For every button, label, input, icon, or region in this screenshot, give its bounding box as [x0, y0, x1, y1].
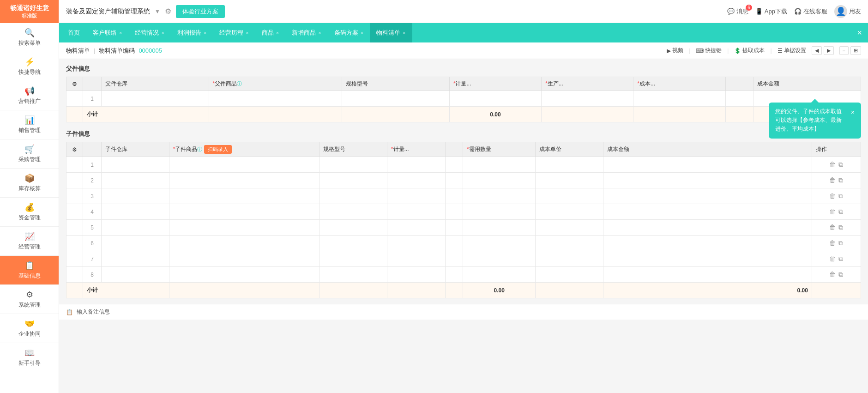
child-row4-spec[interactable] [319, 204, 387, 220]
nav-tab-6[interactable]: 新增商品× [285, 23, 327, 42]
child-row8-warehouse[interactable] [102, 267, 169, 283]
child-row5-warehouse[interactable] [102, 220, 169, 236]
parent-row1-product[interactable] [209, 91, 342, 107]
message-item[interactable]: 💬 消息 6 [727, 7, 748, 16]
child-row1-cost-price[interactable] [536, 157, 603, 173]
parent-row1-unit[interactable] [449, 91, 541, 107]
child-row4-product[interactable] [169, 204, 319, 220]
child-row4-unit[interactable] [387, 204, 445, 220]
child-row4-cost-price[interactable] [536, 204, 603, 220]
child-row6-cost-price[interactable] [536, 236, 603, 251]
parent-row1-cost[interactable] [633, 91, 725, 107]
child-row6-qty[interactable] [463, 236, 536, 251]
child-row3-unit[interactable] [387, 188, 445, 204]
copy-icon-1[interactable]: ⧉ [838, 161, 843, 169]
delete-icon-1[interactable]: 🗑 [829, 161, 836, 169]
child-row4-qty[interactable] [463, 204, 536, 220]
child-row2-spec[interactable] [319, 173, 387, 188]
extract-cost-action[interactable]: 💲 提取成本 [734, 47, 765, 54]
delete-icon-8[interactable]: 🗑 [829, 271, 836, 278]
trial-button[interactable]: 体验行业方案 [176, 5, 225, 18]
child-row3-spec[interactable] [319, 188, 387, 204]
view-action[interactable]: ▶ 视频 [667, 47, 683, 54]
child-row2-warehouse[interactable] [102, 173, 169, 188]
parent-row1-spec[interactable] [342, 91, 450, 107]
prev-btn[interactable]: ◀ [812, 46, 822, 55]
user-item[interactable]: 👤 用友 [834, 5, 861, 18]
child-row1-qty[interactable] [463, 157, 536, 173]
child-row8-qty[interactable] [463, 267, 536, 283]
child-row2-qty[interactable] [463, 173, 536, 188]
parent-row1-warehouse[interactable] [102, 91, 209, 107]
tab-close-1[interactable]: × [119, 30, 122, 36]
sidebar-item-6[interactable]: 💰资金管理 [0, 198, 59, 227]
nav-tab-7[interactable]: 条码方案× [328, 23, 370, 42]
sidebar-item-0[interactable]: 🔍搜索菜单 [0, 23, 59, 52]
child-row1-spec[interactable] [319, 157, 387, 173]
child-row7-cost-price[interactable] [536, 251, 603, 267]
next-btn[interactable]: ▶ [824, 46, 834, 55]
child-row6-warehouse[interactable] [102, 236, 169, 251]
nav-tab-3[interactable]: 利润报告× [171, 23, 213, 42]
gear-icon[interactable]: ⚙ [165, 7, 171, 16]
child-row1-product[interactable] [169, 157, 319, 173]
nav-tab-8[interactable]: 物料清单× [370, 23, 412, 42]
system-dropdown-icon[interactable]: ▼ [155, 8, 160, 15]
sidebar-item-4[interactable]: 🛒采购管理 [0, 139, 59, 169]
settings-gear-icon[interactable]: ⚙ [72, 81, 77, 87]
child-row5-spec[interactable] [319, 220, 387, 236]
child-row5-cost-price[interactable] [536, 220, 603, 236]
child-row7-spec[interactable] [319, 251, 387, 267]
sidebar-item-5[interactable]: 📦库存核算 [0, 169, 59, 198]
child-row2-product[interactable] [169, 173, 319, 188]
delete-icon-6[interactable]: 🗑 [829, 239, 836, 247]
copy-icon-4[interactable]: ⧉ [838, 208, 843, 216]
child-row7-warehouse[interactable] [102, 251, 169, 267]
child-row8-spec[interactable] [319, 267, 387, 283]
sidebar-item-10[interactable]: 🤝企业协同 [0, 314, 59, 343]
delete-icon-4[interactable]: 🗑 [829, 208, 836, 216]
tab-close-6[interactable]: × [318, 30, 321, 36]
child-row7-qty[interactable] [463, 251, 536, 267]
child-row6-unit[interactable] [387, 236, 445, 251]
child-settings-gear-icon[interactable]: ⚙ [72, 146, 77, 153]
child-row6-spec[interactable] [319, 236, 387, 251]
nav-tab-2[interactable]: 经营情况× [128, 23, 170, 42]
child-row5-product[interactable] [169, 220, 319, 236]
copy-icon-3[interactable]: ⧉ [838, 192, 843, 200]
tab-close-4[interactable]: × [246, 30, 248, 36]
child-row5-qty[interactable] [463, 220, 536, 236]
child-row4-warehouse[interactable] [102, 204, 169, 220]
child-row1-warehouse[interactable] [102, 157, 169, 173]
tooltip-close-btn[interactable]: × [851, 107, 855, 117]
scan-button[interactable]: 扫码录入 [204, 145, 232, 154]
child-row3-cost-price[interactable] [536, 188, 603, 204]
sidebar-item-3[interactable]: 📊销售管理 [0, 110, 59, 139]
sidebar-item-11[interactable]: 📖新手引导 [0, 343, 59, 372]
single-settings-action[interactable]: ☰ 单据设置 [778, 47, 806, 54]
child-row1-unit[interactable] [387, 157, 445, 173]
child-row3-warehouse[interactable] [102, 188, 169, 204]
tab-close-7[interactable]: × [361, 30, 363, 36]
sidebar-item-1[interactable]: ⚡快捷导航 [0, 52, 59, 81]
sidebar-item-7[interactable]: 📈经营管理 [0, 227, 59, 256]
child-row5-unit[interactable] [387, 220, 445, 236]
parent-row1-production[interactable] [542, 91, 633, 107]
copy-icon-5[interactable]: ⧉ [838, 224, 843, 231]
child-row2-cost-price[interactable] [536, 173, 603, 188]
sidebar-item-2[interactable]: 📢营销推广 [0, 81, 59, 110]
nav-tab-1[interactable]: 客户联络× [86, 23, 128, 42]
tab-close-2[interactable]: × [161, 30, 164, 36]
online-service-item[interactable]: 🎧 在线客服 [794, 7, 827, 16]
delete-icon-3[interactable]: 🗑 [829, 192, 836, 200]
delete-icon-7[interactable]: 🗑 [829, 255, 836, 263]
nav-close-icon[interactable]: × [853, 28, 866, 38]
tab-close-8[interactable]: × [403, 30, 405, 36]
child-row3-product[interactable] [169, 188, 319, 204]
app-download-item[interactable]: 📱 App下载 [755, 7, 787, 16]
shortcut-action[interactable]: ⌨ 快捷键 [696, 47, 722, 54]
delete-icon-2[interactable]: 🗑 [829, 176, 836, 184]
copy-icon-6[interactable]: ⧉ [838, 239, 843, 247]
nav-tab-0[interactable]: 首页 [61, 23, 86, 42]
nav-tab-4[interactable]: 经营历程× [213, 23, 255, 42]
